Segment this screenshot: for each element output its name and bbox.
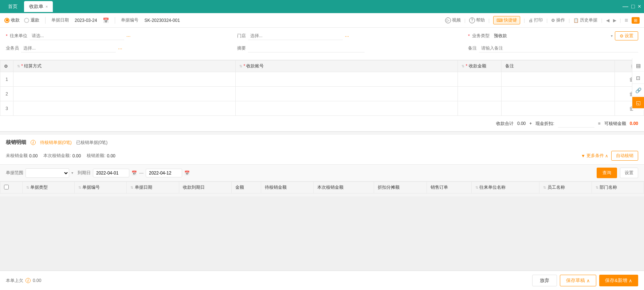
counterpart-input[interactable]: [30, 32, 124, 40]
window-maximize-btn[interactable]: □: [631, 3, 635, 10]
filter-due-date-to[interactable]: [146, 169, 182, 177]
due-date-from-cal-icon[interactable]: 📅: [131, 171, 137, 176]
tab-close-icon[interactable]: ×: [46, 4, 48, 9]
sort-icon-b12[interactable]: ⇅: [596, 185, 598, 189]
window-minimize-btn[interactable]: —: [623, 3, 628, 10]
nav-prev-btn[interactable]: ◀: [606, 18, 609, 23]
sort-icon-2[interactable]: ⇅: [239, 64, 242, 68]
sep3: |: [524, 18, 525, 23]
nav-next-btn[interactable]: ▶: [613, 18, 616, 23]
row-3-account[interactable]: [236, 101, 458, 116]
filter-due-date: 到期日 📅 — 📅: [78, 169, 190, 177]
video-btn[interactable]: ▷ 视频: [445, 17, 461, 23]
sort-icon-3[interactable]: ⇅: [462, 64, 464, 68]
reconcile-info-icon[interactable]: i: [31, 140, 36, 145]
store-more-icon[interactable]: ···: [345, 33, 349, 39]
row-3-remark[interactable]: [502, 101, 615, 116]
radio-receive[interactable]: 收款: [4, 17, 20, 23]
sep5: |: [569, 18, 570, 23]
tab-bar-right: — □ ×: [623, 3, 641, 10]
radio-group: 收款 退款: [4, 17, 39, 23]
help-btn[interactable]: ? 帮助: [469, 17, 485, 23]
calendar-icon[interactable]: 📅: [103, 17, 109, 23]
tab-home[interactable]: 首页: [3, 1, 23, 12]
row-1-amount[interactable]: [458, 72, 502, 87]
row-1-account[interactable]: [236, 72, 458, 87]
row-1-remark[interactable]: [502, 72, 615, 87]
filter-setting-btn[interactable]: 设置: [620, 168, 638, 178]
print-icon: 🖨: [529, 18, 533, 23]
row-3-amount[interactable]: [458, 101, 502, 116]
stat-diff-label: 核销差额:: [87, 153, 105, 159]
counterpart-more-icon[interactable]: ···: [126, 33, 131, 39]
sort-icon-1[interactable]: ⇅: [17, 64, 20, 68]
history-icon: 📋: [573, 18, 579, 23]
filter-due-date-label: 到期日: [78, 170, 91, 176]
print-btn[interactable]: 🖨 打印: [529, 17, 543, 23]
filter-due-date-from[interactable]: [93, 169, 129, 177]
toolbar-right: ▷ 视频 | ? 帮助 | ⌨ 快捷键 | 🖨 打印 | ⚙ 操作: [445, 16, 640, 24]
summary-label: 摘要: [237, 45, 246, 51]
sidebar-expand-icon[interactable]: ◱: [632, 97, 644, 109]
row-2-settle[interactable]: [13, 87, 236, 101]
window-close-btn[interactable]: ×: [638, 3, 641, 10]
table-row: 1 🗑 ⧉: [0, 72, 644, 87]
reconcile-pending-tab[interactable]: 待核销单据(0笔): [40, 140, 72, 146]
row-2-num: 2: [0, 87, 13, 101]
more-conditions-btn[interactable]: ▼ 更多条件 ∧: [581, 153, 608, 159]
col-sales-order: 销售订单: [427, 182, 471, 193]
col-gear[interactable]: ⚙: [0, 60, 13, 72]
biz-type-dropdown-icon[interactable]: ▾: [611, 34, 613, 38]
query-btn[interactable]: 查询: [597, 168, 617, 178]
radio-refund[interactable]: 退款: [24, 17, 39, 23]
store-input[interactable]: [248, 32, 343, 40]
biz-type-setting-btn[interactable]: ⚙ 设置: [615, 31, 638, 40]
operation-label: 操作: [556, 17, 565, 23]
remark-input[interactable]: [479, 44, 638, 52]
calc-available-value: 0.00: [630, 121, 638, 126]
sales-more-icon[interactable]: ···: [118, 46, 122, 51]
biz-type-field: * 业务类型 预收款 ▾ ⚙ 设置: [468, 31, 638, 40]
auto-reconcile-btn[interactable]: 自动核销: [611, 151, 638, 161]
sales-input[interactable]: [21, 44, 116, 52]
tab-bar: 首页 收款单 × — □ ×: [0, 0, 644, 13]
toolbar-divider-1: [45, 17, 46, 24]
filter-doc-range-select[interactable]: [25, 168, 69, 178]
row-2-remark[interactable]: [502, 87, 615, 101]
reconcile-done-tab[interactable]: 已核销单据(0笔): [76, 140, 108, 146]
row-2-amount[interactable]: [458, 87, 502, 101]
sep2: |: [488, 18, 490, 23]
shortcut-btn[interactable]: ⌨ 快捷键: [493, 16, 520, 24]
sidebar-table-icon[interactable]: ▤: [632, 60, 644, 71]
row-1-settle[interactable]: [13, 72, 236, 87]
row-3-settle[interactable]: [13, 101, 236, 116]
history-btn[interactable]: 📋 历史单据: [573, 17, 597, 23]
due-date-to-cal-icon[interactable]: 📅: [184, 171, 190, 176]
tab-active-label: 收款单: [29, 3, 43, 10]
sort-icon-b2[interactable]: ⇅: [78, 185, 81, 189]
calc-discount-input[interactable]: [558, 119, 594, 128]
right-sidebar: ▤ ⊡ 🔗 ◱: [632, 58, 644, 110]
radio-receive-dot: [4, 18, 9, 23]
gear-icon[interactable]: ⚙: [4, 64, 8, 69]
operation-btn[interactable]: ⚙ 操作: [551, 17, 565, 23]
sidebar-link-icon[interactable]: 🔗: [632, 85, 644, 96]
sort-icon-b1[interactable]: ⇅: [26, 185, 29, 189]
operation-icon: ⚙: [551, 18, 555, 23]
view-list-btn[interactable]: ≡: [625, 17, 628, 24]
shortcut-icon: ⌨: [496, 18, 503, 23]
select-all-checkbox[interactable]: [4, 185, 9, 189]
sort-icon-b3[interactable]: ⇅: [130, 185, 133, 189]
sidebar-grid-icon[interactable]: ⊡: [632, 72, 644, 84]
sort-icon-b11[interactable]: ⇅: [543, 185, 546, 189]
row-2-account[interactable]: [236, 87, 458, 101]
reconcile-header: 核销明细 i 待核销单据(0笔) 已核销单据(0笔): [0, 135, 644, 149]
view-grid-btn[interactable]: ⊞: [632, 17, 640, 24]
form-row-1: * 往来单位 ··· 门店 ··· * 业务类型 预收款 ▾ ⚙ 设置: [6, 31, 638, 40]
sort-icon-b10[interactable]: ⇅: [475, 185, 478, 189]
col-doc-date: ⇅ 单据日期: [127, 182, 179, 193]
stat-current-label: 本次核销金额:: [43, 153, 71, 159]
tab-active-receipts[interactable]: 收款单 ×: [24, 1, 53, 12]
row-1-num: 1: [0, 72, 13, 87]
summary-input[interactable]: [248, 44, 365, 52]
